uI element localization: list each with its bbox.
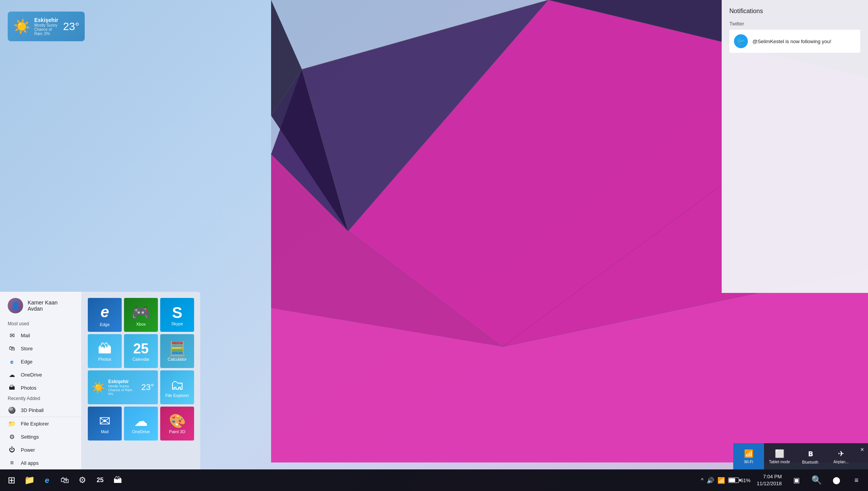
notifications-title: Notifications: [729, 8, 860, 15]
calendar-tile-icon: 25: [133, 341, 149, 357]
tile-calculator[interactable]: 🧮 Calculator: [160, 334, 194, 368]
tray-chevron[interactable]: ^: [701, 477, 704, 483]
pinball-icon: 🎱: [8, 406, 16, 414]
notification-card[interactable]: 🐦 @SelimKestel is now following you!: [729, 30, 860, 53]
taskbar-edge[interactable]: e: [39, 472, 55, 489]
weather-tile-sun-icon: ☀️: [92, 381, 105, 394]
sidebar-item-onedrive[interactable]: ☁ OneDrive: [0, 368, 81, 381]
quick-action-bluetooth[interactable]: ʙ Bluetooth: [795, 443, 826, 469]
paint3d-tile-label: Paint 3D: [169, 429, 185, 434]
weather-rain: Chance of Rain: 0%: [34, 27, 59, 36]
recently-added-label: Recently Added: [0, 394, 81, 404]
settings-icon: ⚙: [8, 432, 16, 441]
photos-tile-label: Photos: [98, 357, 111, 362]
quick-action-tablet-mode[interactable]: ⬜ Tablet mode: [764, 443, 795, 469]
taskbar-photos[interactable]: 🏔: [109, 472, 126, 489]
mail-icon: ✉: [8, 331, 16, 340]
taskbar-file-explorer[interactable]: 📁: [21, 472, 38, 489]
taskbar-calendar[interactable]: 25: [92, 472, 109, 489]
taskbar-task-view[interactable]: ▣: [788, 472, 805, 489]
user-profile[interactable]: 👤 Kamer Kaan Avdan: [0, 298, 81, 319]
onedrive-tile-icon: ☁: [134, 413, 148, 429]
taskbar-search[interactable]: 🔍: [808, 472, 825, 489]
quick-actions-close[interactable]: ×: [856, 443, 868, 469]
tile-edge[interactable]: e Edge: [88, 298, 122, 332]
skype-tile-label: Skype: [171, 321, 183, 326]
wifi-quick-label: Wi-Fi: [744, 460, 753, 464]
taskbar-store[interactable]: 🛍: [56, 472, 73, 489]
weather-sun-icon: ☀️: [13, 18, 30, 35]
battery-indicator[interactable]: 61%: [728, 478, 751, 483]
xbox-tile-icon: 🎮: [131, 304, 151, 322]
sidebar-item-power[interactable]: ⏻ Power: [0, 443, 81, 456]
onedrive-label: OneDrive: [21, 372, 42, 378]
system-tray: ^ 🔊 📶: [701, 477, 725, 484]
mail-tile-icon: ✉: [99, 413, 111, 429]
most-used-label: Most used: [0, 319, 81, 329]
tile-weather[interactable]: ☀️ Eskişehir Mostly Sunny Chance of Rain…: [88, 370, 158, 404]
airplane-quick-icon: ✈: [838, 449, 845, 458]
file-explorer-label: File Explorer: [21, 421, 49, 427]
calculator-tile-icon: 🧮: [169, 341, 186, 357]
start-button[interactable]: ⊞: [3, 472, 20, 489]
notification-panel: Notifications Twitter 🐦 @SelimKestel is …: [722, 0, 868, 293]
edge-icon: e: [8, 357, 16, 366]
bluetooth-quick-icon: ʙ: [808, 449, 813, 459]
photos-icon: 🏔: [8, 383, 16, 392]
pinball-label: 3D Pinball: [21, 407, 44, 413]
sidebar-item-photos[interactable]: 🏔 Photos: [0, 381, 81, 394]
notification-text: @SelimKestel is now following you!: [752, 39, 831, 44]
photos-label: Photos: [21, 385, 36, 391]
clock-date: 11/12/2018: [757, 480, 782, 487]
tile-xbox[interactable]: 🎮 Xbox: [124, 298, 158, 332]
sidebar-item-file-explorer[interactable]: 📁 File Explorer: [0, 417, 81, 430]
taskbar: ⊞ 📁 e 🛍 ⚙ 25 🏔 ^ 🔊 📶 61% 7:04 PM 11/12/2…: [0, 469, 868, 491]
tile-mail[interactable]: ✉ Mail: [88, 407, 122, 441]
tile-photos[interactable]: 🏔 Photos: [88, 334, 122, 368]
tablet-mode-quick-icon: ⬜: [775, 449, 784, 458]
taskbar-cortana[interactable]: ⬤: [828, 472, 845, 489]
weather-tile-temp: 23°: [141, 382, 154, 392]
taskbar-settings[interactable]: ⚙: [74, 472, 91, 489]
tray-wifi-icon[interactable]: 📶: [717, 477, 725, 484]
sidebar-item-3dpinball[interactable]: 🎱 3D Pinball: [0, 404, 81, 417]
fileexplorer-tile-label: File Explorer: [165, 393, 189, 398]
taskbar-action-center[interactable]: ≡: [848, 472, 865, 489]
mail-tile-label: Mail: [101, 429, 109, 434]
airplane-quick-label: Airplan...: [833, 460, 848, 464]
all-apps-label: All apps: [21, 460, 39, 466]
tile-calendar[interactable]: 25 Calendar: [124, 334, 158, 368]
start-menu: 👤 Kamer Kaan Avdan Most used ✉ Mail 🛍 St…: [0, 292, 200, 469]
taskbar-left: ⊞ 📁 e 🛍 ⚙ 25 🏔: [3, 472, 126, 489]
onedrive-tile-label: OneDrive: [132, 429, 150, 434]
quick-actions-panel: 📶 Wi-Fi ⬜ Tablet mode ʙ Bluetooth ✈ Airp…: [733, 443, 868, 469]
sidebar-item-mail[interactable]: ✉ Mail: [0, 329, 81, 342]
quick-action-wifi[interactable]: 📶 Wi-Fi: [733, 443, 764, 469]
power-icon: ⏻: [8, 446, 16, 454]
twitter-icon: 🐦: [734, 34, 748, 48]
taskbar-clock[interactable]: 7:04 PM 11/12/2018: [754, 473, 785, 487]
photos-tile-icon: 🏔: [98, 341, 112, 357]
sidebar-item-store[interactable]: 🛍 Store: [0, 342, 81, 355]
tile-skype[interactable]: S Skype: [160, 298, 194, 332]
tile-paint3d[interactable]: 🎨 Paint 3D: [160, 407, 194, 441]
quick-action-airplane[interactable]: ✈ Airplan...: [826, 443, 856, 469]
tile-fileexplorer[interactable]: 🗂 File Explorer: [160, 370, 194, 404]
start-menu-left: 👤 Kamer Kaan Avdan Most used ✉ Mail 🛍 St…: [0, 292, 82, 469]
all-apps-icon: ≡: [8, 459, 16, 467]
tile-onedrive[interactable]: ☁ OneDrive: [124, 407, 158, 441]
tray-volume-icon[interactable]: 🔊: [707, 477, 714, 484]
sidebar-item-edge[interactable]: e Edge: [0, 355, 81, 368]
battery-visual: [728, 478, 739, 483]
taskbar-right: ^ 🔊 📶 61% 7:04 PM 11/12/2018 ▣ 🔍 ⬤ ≡: [701, 472, 865, 489]
clock-time: 7:04 PM: [757, 473, 782, 480]
weather-tile-content: ☀️ Eskişehir Mostly Sunny Chance of Rain…: [88, 370, 158, 404]
weather-widget[interactable]: ☀️ Eskişehir Mostly Sunny Chance of Rain…: [8, 12, 85, 41]
battery-fill: [729, 478, 735, 482]
sidebar-item-all-apps[interactable]: ≡ All apps: [0, 456, 81, 469]
store-label: Store: [21, 346, 33, 351]
wifi-quick-icon: 📶: [744, 449, 754, 458]
xbox-tile-label: Xbox: [136, 322, 146, 326]
calendar-tile-label: Calendar: [132, 357, 150, 362]
sidebar-item-settings[interactable]: ⚙ Settings: [0, 430, 81, 443]
